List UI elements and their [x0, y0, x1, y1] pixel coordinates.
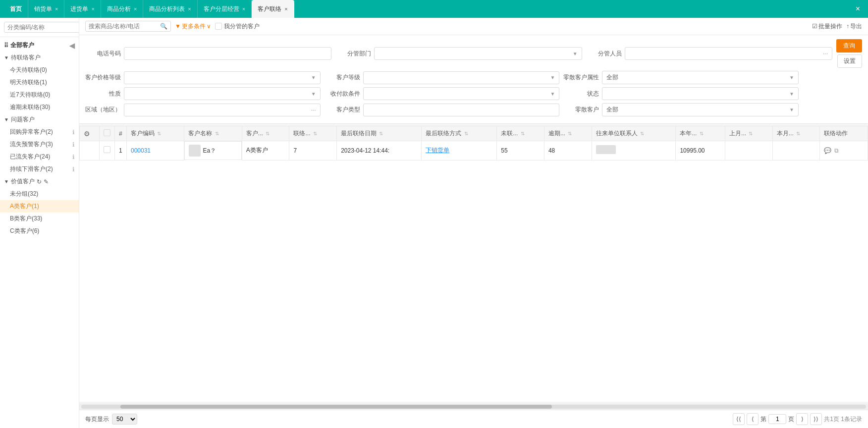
price-level-input[interactable]: ▼	[124, 71, 321, 84]
phone-input[interactable]	[124, 47, 331, 60]
nature-input[interactable]: ▼	[124, 87, 321, 100]
query-button[interactable]: 查询	[836, 39, 862, 53]
retail-customer-input[interactable]: 全部 ▼	[602, 103, 799, 116]
sidebar-all-customers-header[interactable]: ⠿ 全部客户 ◀	[0, 37, 79, 52]
close-all-button[interactable]: ×	[852, 4, 864, 13]
pagination-controls: ⟨⟨ ⟨ 第 页 ⟩ ⟩⟩ 共1页 1条记录	[733, 413, 862, 425]
th-contact-count[interactable]: 联络... ⇅	[289, 126, 337, 141]
nav-customer-segment[interactable]: 客户分层经营 ×	[198, 0, 252, 18]
sidebar-value-section[interactable]: ▼ 价值客户 ↻ ✎	[0, 175, 79, 188]
row-company-contact	[592, 141, 676, 160]
customer-type-input[interactable]	[363, 104, 560, 116]
status-field: 状态 ▼	[563, 87, 799, 100]
sidebar-item-a-class[interactable]: A类客户(1)	[0, 200, 79, 213]
sort-last-month-icon: ⇅	[749, 131, 753, 136]
th-gear[interactable]: ⚙	[80, 126, 100, 141]
first-page-button[interactable]: ⟨⟨	[733, 413, 745, 425]
dept-input[interactable]: ▼	[374, 47, 582, 60]
close-product-analysis-icon[interactable]: ×	[134, 6, 137, 12]
th-customer-name[interactable]: 客户名称 ⇅	[184, 126, 242, 141]
sidebar-item-c-class[interactable]: C类客户(6)	[0, 225, 79, 237]
sidebar-problem-section[interactable]: ▼ 问题客户	[0, 113, 79, 126]
prev-page-button[interactable]: ⟨	[747, 413, 759, 425]
row-action[interactable]: 💬 ⧉	[820, 141, 868, 160]
action-link-icon[interactable]: ⧉	[834, 147, 839, 154]
th-customer-type[interactable]: 客户... ⇅	[242, 126, 289, 141]
sidebar-item-today[interactable]: 今天待联络(0)	[0, 64, 79, 76]
sidebar-item-b-class[interactable]: B类客户(33)	[0, 213, 79, 225]
th-last-contact-method[interactable]: 最后联络方式 ⇅	[422, 126, 497, 141]
payment-input[interactable]: ▼	[363, 87, 560, 100]
row-this-year: 10995.00	[676, 141, 725, 160]
close-contact-icon[interactable]: ×	[284, 6, 287, 12]
row-code[interactable]: 000031	[127, 141, 184, 160]
sidebar-pending-section[interactable]: ▼ 待联络客户	[0, 52, 79, 64]
sidebar-search-area: 🔍	[0, 18, 79, 37]
close-product-list-icon[interactable]: ×	[188, 6, 191, 12]
chevron-down-icon: ∨	[207, 23, 211, 30]
close-segment-icon[interactable]: ×	[242, 6, 245, 12]
edit-icon[interactable]: ✎	[44, 178, 49, 185]
horizontal-scrollbar[interactable]	[79, 404, 868, 410]
last-page-button[interactable]: ⟩⟩	[810, 413, 822, 425]
th-this-year[interactable]: 本年... ⇅	[676, 126, 725, 141]
nav-sales-order[interactable]: 销货单 ×	[28, 0, 64, 18]
page-size-selector: 每页显示 50 100 200	[85, 414, 137, 425]
action-message-icon[interactable]: 💬	[824, 147, 831, 154]
row-customer-type: A类客户	[242, 141, 289, 160]
sidebar-collapse-icon[interactable]: ◀	[69, 42, 75, 50]
retail-attr-input[interactable]: 全部 ▼	[602, 71, 799, 84]
select-all-checkbox[interactable]	[104, 129, 110, 136]
export-button[interactable]: ↑ 导出	[846, 22, 862, 31]
th-this-month[interactable]: 本月... ⇅	[772, 126, 820, 141]
retail-customer-field: 零散客户 全部 ▼	[563, 103, 799, 116]
next-page-button[interactable]: ⟩	[796, 413, 808, 425]
gear-icon[interactable]: ⚙	[84, 130, 90, 138]
my-customers-checkbox[interactable]: 我分管的客户	[215, 22, 260, 31]
close-purchase-icon[interactable]: ×	[91, 6, 94, 12]
info-icon: ℹ	[72, 129, 75, 136]
customer-table: ⚙ # 客户编码 ⇅ 客户名称 ⇅	[79, 126, 868, 160]
page-size-select[interactable]: 50 100 200	[112, 414, 137, 425]
more-conditions-button[interactable]: ▼ 更多条件 ∨	[175, 22, 211, 31]
sidebar-item-repeat[interactable]: 回购异常客户(2) ℹ	[0, 126, 79, 138]
sidebar-item-tomorrow[interactable]: 明天待联络(1)	[0, 76, 79, 89]
area-input[interactable]: ···	[124, 104, 321, 116]
close-sales-order-icon[interactable]: ×	[55, 6, 58, 12]
search-icon[interactable]: 🔍	[160, 23, 167, 30]
page-number-input[interactable]	[768, 414, 786, 424]
th-overdue[interactable]: 逾期... ⇅	[544, 126, 592, 141]
sidebar-item-lost-warning[interactable]: 流失预警客户(3) ℹ	[0, 138, 79, 151]
nav-product-analysis-list[interactable]: 商品分析列表 ×	[143, 0, 197, 18]
sidebar-item-declining[interactable]: 持续下滑客户(2) ℹ	[0, 163, 79, 175]
row-last-method[interactable]: 下销货单	[422, 141, 497, 160]
sidebar-item-week[interactable]: 近7天待联络(0)	[0, 89, 79, 101]
problem-arrow-icon: ▼	[4, 117, 9, 122]
th-last-contact-date[interactable]: 最后联络日期 ⇅	[337, 126, 422, 141]
sidebar-item-overdue[interactable]: 逾期未联络(30)	[0, 101, 79, 113]
settings-button[interactable]: 设置	[837, 54, 862, 68]
category-search-input[interactable]	[4, 22, 79, 33]
th-company-contact[interactable]: 往来单位联系人 ⇅	[592, 126, 676, 141]
th-customer-code[interactable]: 客户编码 ⇅	[127, 126, 184, 141]
refresh-icon[interactable]: ↻	[37, 178, 42, 185]
area-field: 区域（地区） ···	[85, 104, 321, 116]
th-last-month[interactable]: 上月... ⇅	[725, 126, 773, 141]
sidebar: 🔍 ⠿ 全部客户 ◀ ▼ 待联络客户 今天待联络(0) 明天待联络(1) 近7天…	[0, 18, 79, 428]
nav-home[interactable]: 首页	[4, 0, 28, 18]
nav-customer-contact[interactable]: 客户联络 ×	[252, 0, 294, 18]
sidebar-item-churned[interactable]: 已流失客户(24) ℹ	[0, 151, 79, 163]
scroll-thumb[interactable]	[120, 405, 552, 409]
batch-operation-button[interactable]: ☑ 批量操作	[812, 22, 842, 31]
th-checkbox	[100, 126, 115, 141]
customer-level-field: 客户等级 ▼	[325, 71, 560, 84]
nav-purchase-order[interactable]: 进货单 ×	[64, 0, 101, 18]
customer-level-input[interactable]: ▼	[363, 71, 560, 84]
search-input[interactable]	[89, 23, 158, 30]
sidebar-item-unclassified[interactable]: 未分组(32)	[0, 188, 79, 200]
th-uncontacted[interactable]: 未联... ⇅	[497, 126, 544, 141]
row-select-checkbox[interactable]	[104, 146, 110, 153]
person-input[interactable]: ···	[625, 47, 832, 60]
status-input[interactable]: ▼	[602, 87, 799, 100]
nav-product-analysis[interactable]: 商品分析 ×	[101, 0, 143, 18]
